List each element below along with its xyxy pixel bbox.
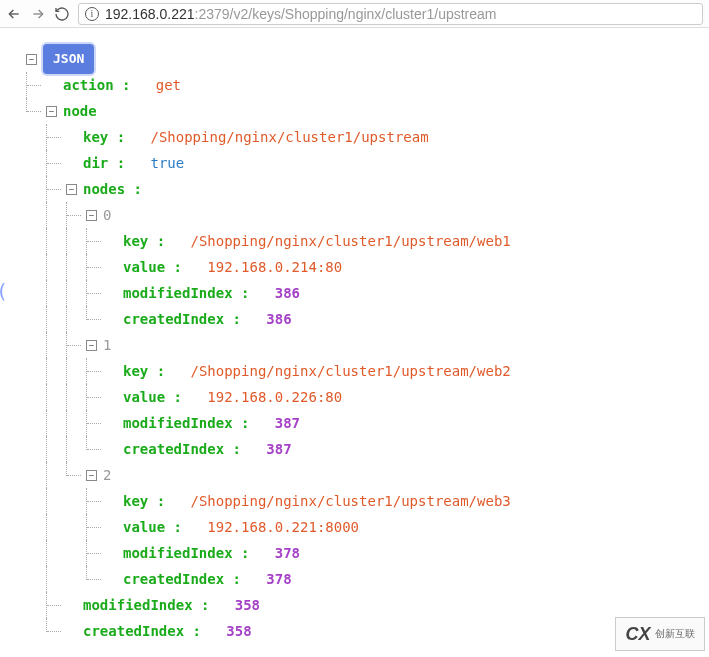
- array-index-row: − 2: [6, 462, 703, 488]
- node-row: − node: [6, 98, 703, 124]
- array-index-row: − 0: [6, 202, 703, 228]
- forward-icon[interactable]: [30, 6, 46, 22]
- item-modifiedindex-row: modifiedIndex : 378: [6, 540, 703, 566]
- item-createdindex-row: createdIndex : 378: [6, 566, 703, 592]
- item-modifiedindex-row: modifiedIndex : 386: [6, 280, 703, 306]
- root-row: − JSON: [6, 46, 703, 72]
- item-value-row: value : 192.168.0.214:80: [6, 254, 703, 280]
- back-icon[interactable]: [6, 6, 22, 22]
- watermark-logo: CX 创新互联: [615, 617, 705, 651]
- item-createdindex-row: createdIndex : 386: [6, 306, 703, 332]
- address-bar[interactable]: i 192.168.0.221:2379/v2/keys/Shopping/ng…: [78, 3, 703, 25]
- item-value-row: value : 192.168.0.226:80: [6, 384, 703, 410]
- item-key-row: key : /Shopping/nginx/cluster1/upstream/…: [6, 228, 703, 254]
- collapse-toggle[interactable]: −: [66, 184, 77, 195]
- collapse-toggle[interactable]: −: [26, 54, 37, 65]
- action-row: action : get: [6, 72, 703, 98]
- nodes-row: − nodes :: [6, 176, 703, 202]
- collapse-toggle[interactable]: −: [46, 106, 57, 117]
- node-key-row: key : /Shopping/nginx/cluster1/upstream: [6, 124, 703, 150]
- browser-toolbar: i 192.168.0.221:2379/v2/keys/Shopping/ng…: [0, 0, 709, 28]
- item-key-row: key : /Shopping/nginx/cluster1/upstream/…: [6, 488, 703, 514]
- item-value-row: value : 192.168.0.221:8000: [6, 514, 703, 540]
- item-key-row: key : /Shopping/nginx/cluster1/upstream/…: [6, 358, 703, 384]
- collapse-toggle[interactable]: −: [86, 470, 97, 481]
- json-badge: JSON: [43, 44, 94, 74]
- node-dir-row: dir : true: [6, 150, 703, 176]
- node-modifiedindex-row: modifiedIndex : 358: [6, 592, 703, 618]
- collapse-toggle[interactable]: −: [86, 340, 97, 351]
- collapse-toggle[interactable]: −: [86, 210, 97, 221]
- json-viewer: − JSON action : get − node key : /Shoppi…: [0, 28, 709, 650]
- item-modifiedindex-row: modifiedIndex : 387: [6, 410, 703, 436]
- site-info-icon[interactable]: i: [85, 7, 99, 21]
- array-index-row: − 1: [6, 332, 703, 358]
- node-createdindex-row: createdIndex : 358: [6, 618, 703, 644]
- reload-icon[interactable]: [54, 6, 70, 22]
- url-text: 192.168.0.221:2379/v2/keys/Shopping/ngin…: [105, 6, 497, 22]
- item-createdindex-row: createdIndex : 387: [6, 436, 703, 462]
